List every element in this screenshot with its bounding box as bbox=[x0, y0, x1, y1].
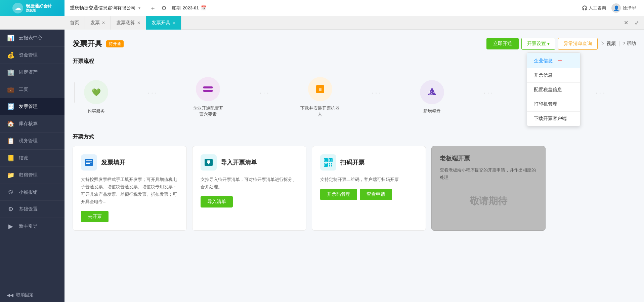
billing-card-boss: 老板端开票 查看老板端小程序提交的开票申请，并作出相应的处理 敬请期待 bbox=[431, 146, 546, 231]
billing-methods-list: 发票填开 支持按照发票样式手工填开发票；可开具增值税电子普通发票、增值税普通发票… bbox=[73, 146, 636, 231]
svg-point-2 bbox=[199, 80, 217, 98]
svg-rect-28 bbox=[331, 163, 332, 164]
sidebar-item-funds[interactable]: 💰 资金管理 bbox=[0, 47, 65, 64]
sidebar-bottom-label: 取消固定 bbox=[16, 292, 34, 298]
flow-icon-4: 税+ bbox=[420, 80, 444, 104]
sidebar-item-guide[interactable]: ▶ 新手引导 bbox=[0, 218, 65, 235]
billing-card-fill-title: 发票填开 bbox=[101, 158, 125, 166]
sidebar-item-settings-label: 基础设置 bbox=[19, 206, 38, 212]
sidebar-item-reports[interactable]: 📊 云报表中心 bbox=[0, 30, 65, 47]
sidebar-item-payroll[interactable]: 💼 工资 bbox=[0, 81, 65, 98]
content-area: 发票开具 待开通 立即开通 开票设置 ▾ 异常清单查询 ▷ 视频 | ? 帮助 bbox=[65, 30, 644, 302]
video-button[interactable]: ▷ 视频 bbox=[600, 41, 616, 47]
flow-step-1: 💚 购买服务 bbox=[76, 80, 116, 114]
tab-home[interactable]: 首页 bbox=[65, 16, 85, 30]
tabbar-right: ✕ ⤢ bbox=[621, 18, 644, 28]
avatar: 👤 bbox=[611, 3, 621, 13]
flow-arrow-4: · · · bbox=[452, 89, 524, 106]
help-button[interactable]: ? 帮助 bbox=[622, 41, 636, 47]
fill-go-button[interactable]: 去开票 bbox=[81, 211, 109, 222]
user-area[interactable]: 👤 徐泽华 bbox=[611, 3, 636, 13]
billing-card-import-title: 导入开票清单 bbox=[221, 158, 257, 166]
tab-invoice-close[interactable]: ✕ bbox=[102, 21, 105, 25]
dropdown-item-client[interactable]: 下载开票客户端 bbox=[527, 112, 580, 126]
sidebar-item-expense[interactable]: © 小畅报销 bbox=[0, 184, 65, 201]
billing-card-import-icon bbox=[201, 154, 217, 171]
dropdown-item-company[interactable]: 企业信息 → bbox=[527, 53, 580, 68]
archive-icon: 📁 bbox=[7, 172, 15, 179]
sidebar-item-reports-label: 云报表中心 bbox=[19, 35, 42, 41]
sidebar: 📊 云报表中心 💰 资金管理 🏢 固定资产 💼 工资 🧾 发票管理 🏠 库存核算… bbox=[0, 30, 65, 302]
tab-invoice-open[interactable]: 发票开具 ✕ bbox=[146, 16, 181, 30]
settings-icon[interactable]: ⚙ bbox=[161, 4, 167, 12]
tab-invoice-calc-close[interactable]: ✕ bbox=[137, 21, 140, 25]
svg-rect-22 bbox=[325, 159, 327, 161]
tab-home-label: 首页 bbox=[70, 20, 79, 26]
dropdown-invoice-info-label: 开票信息 bbox=[534, 72, 553, 78]
tab-invoice-calc-label: 发票测算 bbox=[116, 20, 135, 26]
activate-button[interactable]: 立即开通 bbox=[486, 38, 519, 49]
svg-rect-26 bbox=[325, 164, 327, 166]
period-label: 账期 2023-01 📅 bbox=[172, 5, 206, 11]
sidebar-item-inventory[interactable]: 🏠 库存核算 bbox=[0, 115, 65, 133]
company-selector[interactable]: 重庆畅捷交通信息咨询有限公司 ▾ bbox=[65, 5, 146, 11]
billing-card-boss-desc: 查看老板端小程序提交的开票申请，并作出相应的处理 bbox=[440, 166, 537, 181]
tab-invoice-open-close[interactable]: ✕ bbox=[172, 21, 176, 25]
tab-invoice-calc[interactable]: 发票测算 ✕ bbox=[111, 16, 146, 30]
import-list-button[interactable]: 导入清单 bbox=[201, 196, 233, 207]
consult-button[interactable]: 🎧 人工咨询 bbox=[582, 5, 606, 11]
view-apply-button[interactable]: 查看申请 bbox=[360, 189, 392, 200]
headset-icon: 🎧 bbox=[582, 5, 587, 10]
sidebar-item-tax-label: 税务管理 bbox=[19, 138, 38, 144]
payroll-icon: 💼 bbox=[7, 86, 15, 93]
billing-card-import-desc: 支持导入待开票清单，可对待开票清单进行拆分、合并处理。 bbox=[201, 176, 298, 191]
sidebar-item-tax[interactable]: 📋 税务管理 bbox=[0, 133, 65, 150]
funds-icon: 💰 bbox=[7, 51, 15, 59]
sidebar-unpin-button[interactable]: ◀◀ 取消固定 bbox=[0, 288, 65, 302]
red-arrow-icon: → bbox=[557, 57, 563, 64]
topbar-actions: ＋ ⚙ 账期 2023-01 📅 bbox=[146, 4, 210, 12]
sidebar-item-guide-label: 新手引导 bbox=[19, 223, 38, 229]
page-actions: 立即开通 开票设置 ▾ 异常清单查询 ▷ 视频 | ? 帮助 bbox=[486, 38, 636, 50]
sidebar-item-invoice[interactable]: 🧾 发票管理 bbox=[0, 98, 65, 115]
dropdown-item-tax-disk[interactable]: 配置税盘信息 bbox=[527, 83, 580, 97]
dropdown-item-printer[interactable]: 打印机管理 bbox=[527, 97, 580, 112]
svg-text:税+: 税+ bbox=[429, 90, 435, 95]
calendar-icon: 📅 bbox=[201, 5, 206, 10]
sidebar-item-settings[interactable]: ⚙ 基础设置 bbox=[0, 201, 65, 218]
flow-step-4: 税+ 新增税盘 bbox=[412, 80, 452, 114]
expense-icon: © bbox=[7, 189, 15, 196]
close-window-button[interactable]: ✕ bbox=[621, 18, 631, 28]
sidebar-item-archive-label: 归档管理 bbox=[19, 172, 38, 178]
flow-label-1: 购买服务 bbox=[87, 108, 105, 114]
sidebar-item-invoice-label: 发票管理 bbox=[19, 104, 38, 110]
username: 徐泽华 bbox=[623, 5, 636, 11]
status-badge: 待开通 bbox=[106, 40, 124, 47]
sidebar-item-checkout[interactable]: 📒 结账 bbox=[0, 150, 65, 167]
company-name: 重庆畅捷交通信息咨询有限公司 bbox=[70, 5, 136, 11]
sidebar-item-assets[interactable]: 🏢 固定资产 bbox=[0, 64, 65, 81]
billing-card-scan-title: 扫码开票 bbox=[340, 158, 364, 166]
abnormal-button[interactable]: 异常清单查询 bbox=[558, 38, 598, 50]
add-icon[interactable]: ＋ bbox=[150, 4, 156, 12]
billing-card-scan: 扫码开票 支持定制开票二维码，客户端可扫码开票 开票码管理 查看申请 bbox=[312, 146, 426, 231]
sidebar-item-assets-label: 固定资产 bbox=[19, 69, 38, 75]
unpin-icon: ◀◀ bbox=[7, 293, 13, 298]
sidebar-item-archive[interactable]: 📁 归档管理 bbox=[0, 167, 65, 184]
sidebar-item-inventory-label: 库存核算 bbox=[19, 121, 38, 127]
maximize-window-button[interactable]: ⤢ bbox=[632, 18, 641, 28]
sidebar-item-checkout-label: 结账 bbox=[19, 155, 28, 161]
flow-label-2: 企业开通配置开票六要素 bbox=[191, 105, 225, 117]
billing-section: 开票方式 bbox=[73, 134, 636, 231]
billing-card-fill-icon bbox=[81, 154, 97, 171]
dropdown-item-invoice-info[interactable]: 开票信息 bbox=[527, 68, 580, 83]
tab-invoice[interactable]: 发票 ✕ bbox=[85, 16, 111, 30]
dropdown-tax-disk-label: 配置税盘信息 bbox=[534, 87, 562, 92]
settings-button[interactable]: 开票设置 ▾ bbox=[521, 38, 555, 50]
settings-button-label: 开票设置 bbox=[527, 41, 546, 47]
qrcode-manage-button[interactable]: 开票码管理 bbox=[320, 189, 357, 200]
tab-invoice-open-label: 发票开具 bbox=[152, 20, 170, 26]
page-title-area: 发票开具 待开通 bbox=[73, 39, 124, 49]
svg-rect-17 bbox=[86, 163, 90, 164]
flow-step-3: ≡ 下载并安装开票机器人 bbox=[300, 77, 340, 117]
